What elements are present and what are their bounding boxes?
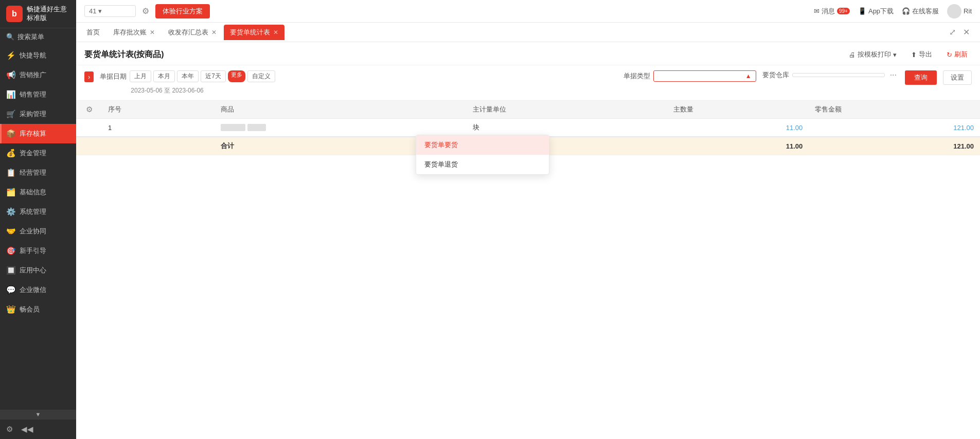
sidebar-item-finance[interactable]: 💰 资金管理 bbox=[0, 143, 76, 163]
sidebar-scroll-down[interactable]: ▼ bbox=[0, 410, 76, 419]
close-tab-order-stats[interactable]: ✕ bbox=[273, 29, 278, 36]
purchase-icon: 🛒 bbox=[6, 109, 15, 119]
filter-bar: › 单据日期 上月 本月 本年 近7天 更多 自定义 bbox=[76, 65, 980, 101]
sidebar-item-guide[interactable]: 🎯 新手引导 bbox=[0, 241, 76, 261]
user-item[interactable]: Rit bbox=[947, 4, 972, 19]
fold-icon[interactable]: ◀◀ bbox=[21, 425, 33, 434]
row-amount[interactable]: 121.00 bbox=[809, 119, 980, 137]
print-button[interactable]: 🖨 按模板打印 ▾ bbox=[845, 48, 901, 61]
row-unit: 块 bbox=[467, 119, 667, 137]
sidebar-item-weixin[interactable]: 💬 企业微信 bbox=[0, 280, 76, 300]
query-button[interactable]: 查询 bbox=[905, 70, 937, 85]
sidebar-item-member[interactable]: 👑 畅会员 bbox=[0, 300, 76, 319]
base-icon: 🗂️ bbox=[6, 188, 15, 197]
sales-icon: 📊 bbox=[6, 90, 15, 99]
maximize-button[interactable]: ⤢ bbox=[947, 26, 958, 38]
user-name: Rit bbox=[964, 7, 972, 15]
dropdown-item-order-return[interactable]: 要货单退货 bbox=[416, 155, 549, 174]
chevron-up-icon: ▲ bbox=[745, 72, 752, 80]
sidebar-item-system[interactable]: ⚙️ 系统管理 bbox=[0, 202, 76, 222]
inventory-icon: 📦 bbox=[6, 129, 15, 138]
sidebar-search[interactable]: 🔍 搜索菜单 bbox=[0, 28, 76, 46]
sidebar-item-inventory[interactable]: 📦 库存核算 bbox=[0, 124, 76, 143]
refresh-button[interactable]: ↻ 刷新 bbox=[942, 48, 972, 61]
export-icon: ⬆ bbox=[911, 51, 917, 59]
sidebar-item-marketing[interactable]: 📢 营销推广 bbox=[0, 65, 76, 85]
date-filter-label: 单据日期 bbox=[100, 72, 127, 81]
member-icon: 👑 bbox=[6, 305, 15, 314]
chevron-down-icon: ▾ bbox=[893, 51, 897, 59]
sidebar: b 畅捷通好生意 标准版 🔍 搜索菜单 ⚡ 快捷导航 📢 营销推广 📊 销售管理… bbox=[0, 0, 76, 439]
sidebar-item-base[interactable]: 🗂️ 基础信息 bbox=[0, 182, 76, 202]
sidebar-item-enterprise[interactable]: 🤝 企业协同 bbox=[0, 222, 76, 241]
close-button[interactable]: ✕ bbox=[961, 26, 972, 38]
expand-filter-button[interactable]: › bbox=[84, 71, 94, 82]
warehouse-select[interactable] bbox=[792, 73, 885, 77]
date-range-text: 2023-05-06 至 2023-06-06 bbox=[100, 86, 611, 95]
tab-home[interactable]: 首页 bbox=[80, 25, 106, 40]
more-filters-btn[interactable]: ··· bbox=[888, 70, 899, 80]
row-quantity[interactable]: 11.00 bbox=[667, 119, 809, 137]
set-button[interactable]: 设置 bbox=[943, 70, 972, 85]
custom-date-btn[interactable]: 自定义 bbox=[247, 70, 275, 82]
last-month-btn[interactable]: 上月 bbox=[130, 70, 151, 82]
app-download-item[interactable]: 📱 App下载 bbox=[858, 7, 894, 16]
industry-button[interactable]: 体验行业方案 bbox=[155, 4, 210, 19]
headset-icon: 🎧 bbox=[902, 7, 910, 15]
tab-order-stats[interactable]: 要货单统计表 ✕ bbox=[224, 25, 284, 40]
th-gear[interactable]: ⚙ bbox=[76, 101, 102, 119]
header-right: ✉ 消息 99+ 📱 App下载 🎧 在线客服 Rit bbox=[814, 4, 972, 19]
this-year-btn[interactable]: 本年 bbox=[177, 70, 199, 82]
avatar bbox=[947, 4, 961, 19]
refresh-icon: ↻ bbox=[947, 51, 952, 59]
this-month-btn[interactable]: 本月 bbox=[153, 70, 175, 82]
notifications-item[interactable]: ✉ 消息 99+ bbox=[814, 7, 850, 16]
page: 要货单统计表(按商品) 🖨 按模板打印 ▾ ⬆ 导出 ↻ 刷新 bbox=[76, 42, 980, 439]
notifications-badge: 99+ bbox=[837, 8, 850, 14]
header-left: 41 ▾ ⚙ 体验行业方案 bbox=[84, 4, 210, 19]
dropdown-item-order-goods[interactable]: 要货单要货 bbox=[416, 135, 549, 155]
export-button[interactable]: ⬆ 导出 bbox=[907, 48, 936, 61]
date-filter-group: 单据日期 上月 本月 本年 近7天 更多 自定义 bbox=[100, 70, 275, 82]
doc-type-select[interactable]: ▲ bbox=[653, 70, 756, 82]
th-quantity: 主数量 bbox=[667, 101, 809, 119]
page-title: 要货单统计表(按商品) bbox=[84, 49, 164, 60]
finance-icon: 💰 bbox=[6, 149, 15, 158]
gear-icon[interactable]: ⚙ bbox=[142, 6, 149, 16]
shortcut-icon: ⚡ bbox=[6, 51, 15, 60]
sidebar-item-sales[interactable]: 📊 销售管理 bbox=[0, 85, 76, 104]
sidebar-nav: ⚡ 快捷导航 📢 营销推广 📊 销售管理 🛒 采购管理 📦 库存核算 💰 资金管… bbox=[0, 46, 76, 410]
sidebar-item-operation[interactable]: 📋 经营管理 bbox=[0, 163, 76, 182]
sidebar-item-app[interactable]: 🔲 应用中心 bbox=[0, 261, 76, 280]
top-header: 41 ▾ ⚙ 体验行业方案 ✉ 消息 99+ 📱 App下载 🎧 在线客服 R bbox=[76, 0, 980, 23]
tab-inventory-batch[interactable]: 库存批次账 ✕ bbox=[107, 25, 161, 40]
close-tab-inventory-batch[interactable]: ✕ bbox=[150, 29, 155, 36]
tab-selector[interactable]: 41 ▾ bbox=[84, 5, 136, 17]
more-dates-badge[interactable]: 更多 bbox=[228, 70, 245, 82]
last-7-days-btn[interactable]: 近7天 bbox=[201, 70, 226, 82]
system-icon: ⚙️ bbox=[6, 207, 15, 216]
th-no: 序号 bbox=[102, 101, 215, 119]
print-icon: 🖨 bbox=[849, 51, 856, 59]
product-name-placeholder bbox=[221, 124, 245, 131]
bell-icon: ✉ bbox=[814, 7, 819, 15]
row-no: 1 bbox=[102, 119, 215, 137]
main-area: 41 ▾ ⚙ 体验行业方案 ✉ 消息 99+ 📱 App下载 🎧 在线客服 R bbox=[76, 0, 980, 439]
page-actions: 🖨 按模板打印 ▾ ⬆ 导出 ↻ 刷新 bbox=[845, 48, 972, 61]
settings-icon[interactable]: ⚙ bbox=[6, 425, 13, 434]
search-icon: 🔍 bbox=[6, 33, 14, 41]
sidebar-item-purchase[interactable]: 🛒 采购管理 bbox=[0, 104, 76, 124]
marketing-icon: 📢 bbox=[6, 70, 15, 80]
sidebar-item-shortcut[interactable]: ⚡ 快捷导航 bbox=[0, 46, 76, 65]
summary-empty bbox=[76, 137, 215, 155]
summary-amount: 121.00 bbox=[809, 137, 980, 155]
content-area: 要货单统计表(按商品) 🖨 按模板打印 ▾ ⬆ 导出 ↻ 刷新 bbox=[76, 42, 980, 439]
doc-type-dropdown: 要货单要货 要货单退货 bbox=[416, 135, 549, 175]
online-service-item[interactable]: 🎧 在线客服 bbox=[902, 7, 939, 16]
tab-receive-summary[interactable]: 收发存汇总表 ✕ bbox=[162, 25, 223, 40]
summary-quantity: 11.00 bbox=[667, 137, 809, 155]
sidebar-bottom: ⚙ ◀◀ bbox=[0, 419, 76, 439]
close-tab-receive-summary[interactable]: ✕ bbox=[211, 29, 217, 36]
th-product: 商品 bbox=[215, 101, 467, 119]
operation-icon: 📋 bbox=[6, 168, 15, 177]
